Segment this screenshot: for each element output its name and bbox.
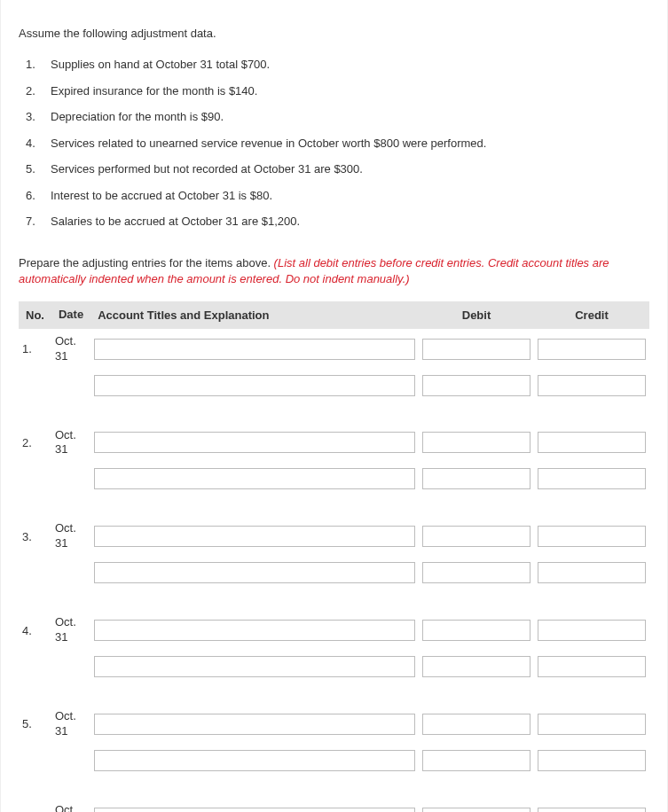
list-num: 6. [26,187,51,205]
cell-credit [534,557,649,589]
cell-credit [534,463,649,495]
cell-date: Oct.31 [51,704,90,745]
debit-input[interactable] [422,468,530,489]
cell-no: 5. [19,704,51,745]
list-item: 3.Depreciation for the month is $90. [26,108,649,126]
cell-date [51,651,90,683]
credit-input[interactable] [538,714,646,735]
spacer-row [19,495,649,505]
table-row [19,557,649,589]
debit-input[interactable] [422,432,530,453]
credit-input[interactable] [538,656,646,677]
cell-credit [534,610,649,651]
account-input[interactable] [94,750,415,771]
cell-debit [419,798,534,812]
cell-account [90,704,419,745]
cell-no [19,557,51,589]
cell-date: Oct.31 [51,610,90,651]
list-item: 2.Expired insurance for the month is $14… [26,82,649,100]
cell-no [19,463,51,495]
cell-debit [419,745,534,777]
debit-input[interactable] [422,375,530,396]
credit-input[interactable] [538,808,646,812]
cell-debit [419,704,534,745]
debit-input[interactable] [422,562,530,583]
cell-date: Oct.31 [51,516,90,557]
account-input[interactable] [94,432,415,453]
list-item: 5.Services performed but not recorded at… [26,160,649,178]
list-text: Interest to be accrued at October 31 is … [51,187,272,205]
cell-date: Oct.31 [51,798,90,812]
intro-text: Assume the following adjustment data. [19,27,649,40]
cell-debit [419,557,534,589]
spacer-row [19,505,649,516]
list-item: 4.Services related to unearned service r… [26,135,649,152]
account-input[interactable] [94,375,415,396]
credit-input[interactable] [538,375,646,396]
debit-input[interactable] [422,339,530,360]
cell-account [90,370,419,402]
spacer-row [19,787,649,798]
cell-credit [534,423,649,464]
debit-input[interactable] [422,750,530,771]
spacer-row [19,777,649,787]
table-header-row: No. Date Account Titles and Explanation … [19,301,649,329]
th-no: No. [19,301,51,329]
credit-input[interactable] [538,468,646,489]
account-input[interactable] [94,339,415,360]
account-input[interactable] [94,808,415,812]
table-row [19,745,649,777]
cell-account [90,610,419,651]
spacer-row [19,589,649,599]
list-num: 3. [26,108,51,126]
account-input[interactable] [94,620,415,641]
table-row: 5.Oct.31 [19,704,649,745]
table-row: 3.Oct.31 [19,516,649,557]
cell-debit [419,516,534,557]
cell-account [90,651,419,683]
debit-input[interactable] [422,656,530,677]
credit-input[interactable] [538,620,646,641]
cell-no [19,651,51,683]
debit-input[interactable] [422,808,530,812]
cell-date [51,745,90,777]
table-row: 2.Oct.31 [19,423,649,464]
account-input[interactable] [94,656,415,677]
debit-input[interactable] [422,526,530,547]
credit-input[interactable] [538,432,646,453]
cell-credit [534,798,649,812]
th-credit: Credit [534,301,649,329]
list-text: Depreciation for the month is $90. [51,108,224,126]
cell-no: 2. [19,423,51,464]
cell-no: 1. [19,329,51,370]
spacer-row [19,693,649,704]
account-input[interactable] [94,714,415,735]
cell-debit [419,370,534,402]
debit-input[interactable] [422,714,530,735]
credit-input[interactable] [538,562,646,583]
credit-input[interactable] [538,526,646,547]
spacer-row [19,599,649,610]
cell-credit [534,704,649,745]
account-input[interactable] [94,468,415,489]
cell-no: 6. [19,798,51,812]
cell-account [90,423,419,464]
th-debit: Debit [419,301,534,329]
cell-no [19,370,51,402]
cell-account [90,798,419,812]
cell-debit [419,463,534,495]
list-item: 6.Interest to be accrued at October 31 i… [26,187,649,205]
credit-input[interactable] [538,339,646,360]
debit-input[interactable] [422,620,530,641]
account-input[interactable] [94,562,415,583]
credit-input[interactable] [538,750,646,771]
table-row [19,463,649,495]
cell-credit [534,329,649,370]
account-input[interactable] [94,526,415,547]
list-num: 1. [26,56,51,74]
list-num: 7. [26,213,51,230]
cell-no: 4. [19,610,51,651]
cell-date [51,463,90,495]
list-item: 7.Salaries to be accrued at October 31 a… [26,213,649,230]
cell-debit [419,610,534,651]
